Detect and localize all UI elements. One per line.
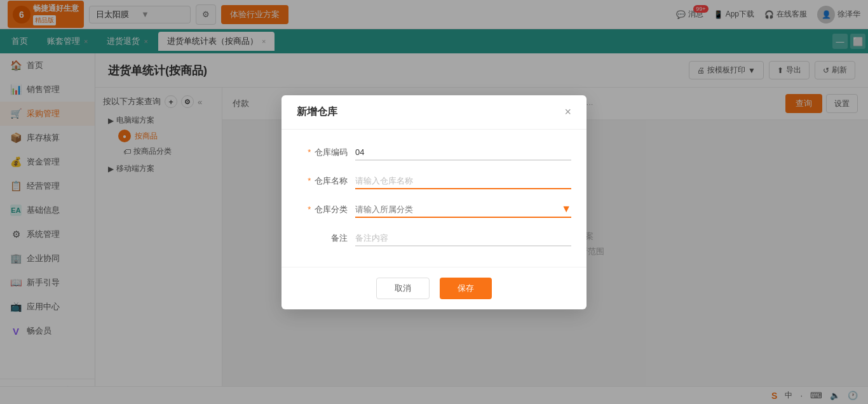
modal-body: * 仓库编码 * 仓库名称 * 仓库分类 (281, 130, 587, 267)
modal-close-button[interactable]: × (564, 106, 571, 118)
save-button[interactable]: 保存 (440, 278, 492, 299)
form-row-category: * 仓库分类 ▼ (297, 202, 571, 218)
category-select-wrap[interactable]: ▼ (355, 202, 571, 218)
remark-input[interactable] (355, 231, 571, 246)
cancel-button[interactable]: 取消 (376, 278, 430, 299)
warehouse-name-input[interactable] (355, 173, 571, 189)
remark-label: 备注 (297, 232, 348, 244)
form-row-remark: 备注 (297, 231, 571, 246)
category-input[interactable] (355, 202, 561, 217)
category-label: * 仓库分类 (297, 204, 348, 215)
form-row-code: * 仓库编码 (297, 145, 571, 161)
category-dropdown-icon[interactable]: ▼ (561, 203, 571, 215)
modal-backdrop[interactable]: 新增仓库 × * 仓库编码 * 仓库名称 (0, 0, 868, 404)
name-label: * 仓库名称 (297, 175, 348, 187)
warehouse-code-input[interactable] (355, 145, 571, 161)
add-warehouse-modal: 新增仓库 × * 仓库编码 * 仓库名称 (281, 95, 587, 309)
code-label: * 仓库编码 (297, 147, 348, 158)
modal-footer: 取消 保存 (281, 267, 587, 309)
form-row-name: * 仓库名称 (297, 173, 571, 189)
modal-title: 新增仓库 (297, 105, 337, 119)
modal-header: 新增仓库 × (281, 95, 587, 130)
